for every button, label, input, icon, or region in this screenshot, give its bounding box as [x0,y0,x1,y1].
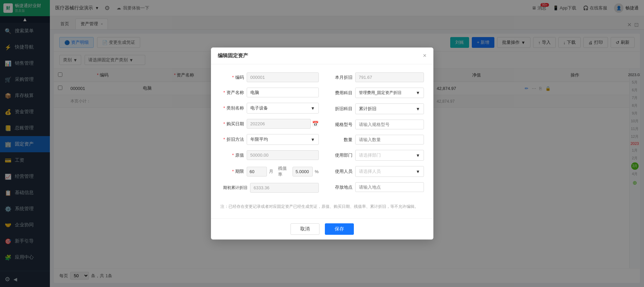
period-row: 月 残值率 % [247,165,319,178]
user-field: 使用人员 请选择人员 ▼ [329,166,424,177]
chevron-down-icon: ▼ [416,169,420,174]
user-select[interactable]: 请选择人员 ▼ [355,166,424,177]
modal-body: * 编码 * 资产名称 * 类别名称 电子设备 [211,64,433,218]
depreciation-subject-select[interactable]: 累计折旧 ▼ [355,103,424,114]
monthly-depreciation-input[interactable] [355,72,424,82]
original-value-label: * 原值 [220,152,244,158]
save-button[interactable]: 保存 [325,223,354,235]
user-label: 使用人员 [329,168,352,174]
code-label: * 编码 [220,74,244,81]
code-input[interactable] [247,72,319,82]
chevron-down-icon: ▼ [416,153,420,158]
period-input[interactable] [247,167,267,177]
modal-title: 编辑固定资产 [218,53,248,59]
quantity-label: 数量 [329,137,352,143]
form-left-col: * 编码 * 资产名称 * 类别名称 电子设备 [220,72,319,198]
period-field: * 期限 月 残值率 % [220,165,319,178]
purchase-date-field: * 购买日期 📅 [220,119,319,129]
department-field: 使用部门 请选择部门 ▼ [329,150,424,161]
initial-depreciation-input[interactable] [250,183,319,193]
asset-name-field: * 资产名称 [220,88,319,97]
asset-name-input[interactable] [247,88,319,97]
original-value-input[interactable] [247,150,319,160]
code-field: * 编码 [220,72,319,82]
period-label: * 期限 [220,168,244,174]
expense-subject-field: 费用科目 管理费用_固定资产折旧 ▼ [329,88,424,98]
location-field: 存放地点 [329,182,424,192]
form-right-col: 本月折旧 费用科目 管理费用_固定资产折旧 ▼ [329,72,424,198]
residual-rate-unit: % [315,169,319,174]
monthly-depreciation-field: 本月折旧 [329,72,424,82]
edit-asset-modal: 编辑固定资产 × * 编码 * 资产名称 [211,47,433,239]
chevron-down-icon: ▼ [416,90,420,95]
form-grid: * 编码 * 资产名称 * 类别名称 电子设备 [220,72,424,198]
expense-subject-select[interactable]: 管理费用_固定资产折旧 ▼ [355,88,424,98]
chevron-down-icon: ▼ [311,106,315,111]
chevron-down-icon: ▼ [416,106,420,111]
original-value-field: * 原值 [220,150,319,160]
location-input[interactable] [355,182,424,192]
depreciation-subject-field: 折旧科目 累计折旧 ▼ [329,103,424,114]
purchase-date-label: * 购买日期 [220,121,244,127]
modal-overlay: 编辑固定资产 × * 编码 * 资产名称 [50,0,644,287]
depreciation-subject-label: 折旧科目 [329,106,352,112]
category-label: * 类别名称 [220,105,244,111]
depreciation-method-select[interactable]: 年限平均 ▼ [247,134,319,145]
department-select[interactable]: 请选择部门 ▼ [355,150,424,161]
initial-depreciation-field: 期初累计折旧 [220,183,319,193]
modal-close-button[interactable]: × [423,52,427,59]
cancel-button[interactable]: 取消 [290,223,319,235]
expense-subject-label: 费用科目 [329,90,352,96]
department-label: 使用部门 [329,152,352,158]
residual-rate-input[interactable] [293,167,313,177]
category-field: * 类别名称 电子设备 ▼ [220,103,319,114]
chevron-down-icon: ▼ [311,137,315,142]
calendar-icon[interactable]: 📅 [312,121,319,127]
period-unit: 月 [269,168,273,174]
category-select[interactable]: 电子设备 ▼ [247,103,319,114]
modal-footer: 取消 保存 [211,218,433,240]
location-label: 存放地点 [329,184,352,190]
purchase-date-input[interactable] [247,119,311,129]
spec-input[interactable] [355,120,424,129]
quantity-input[interactable] [355,135,424,145]
depreciation-method-field: * 折旧方法 年限平均 ▼ [220,134,319,145]
spec-label: 规格型号 [329,122,352,128]
initial-depreciation-label: 期初累计折旧 [220,185,247,191]
modal-header: 编辑固定资产 × [211,47,433,64]
residual-rate-label: 残值率 [278,165,290,178]
monthly-depreciation-label: 本月折旧 [329,74,352,81]
depreciation-method-label: * 折旧方法 [220,136,244,142]
asset-name-label: * 资产名称 [220,90,244,96]
modal-note: 注：已经存在变更记录或者对应固定资产已经生成凭证，原值、购买日期、残值率、累计折… [220,203,424,210]
spec-field: 规格型号 [329,120,424,129]
quantity-field: 数量 [329,135,424,145]
main-content: 医疗器械行业演示 ▼ ⚙ ☁ 我要体验一下 🖥 消息 99+ 📱 App下载 🎧… [50,0,644,287]
